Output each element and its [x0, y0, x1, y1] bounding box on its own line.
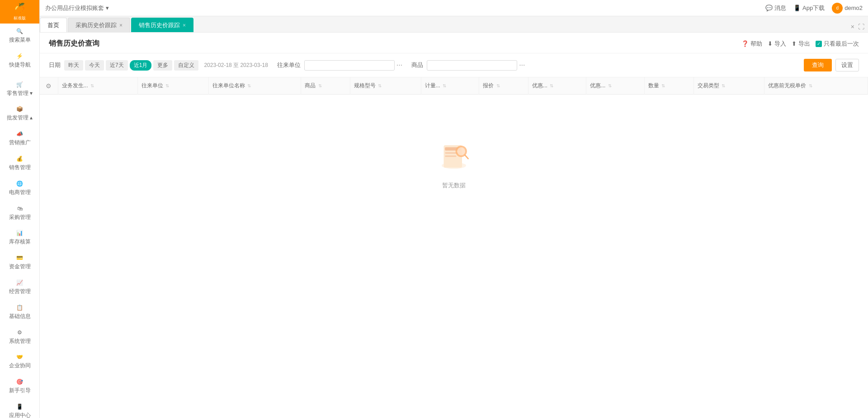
tab-home-label: 首页 [47, 21, 59, 29]
product-dots-button[interactable]: ··· [519, 61, 525, 69]
col-spec-label: 规格型号 ⇅ [354, 82, 382, 89]
col-partner-code[interactable]: 往来单位 ⇅ [138, 77, 209, 95]
export-icon: ⬆ [792, 40, 797, 47]
col-unit[interactable]: 计量... ⇅ [421, 77, 479, 95]
partner-filter-label: 往来单位 [277, 61, 301, 69]
product-filter-group: 商品 ··· [411, 60, 525, 71]
app-download-label: App下载 [802, 4, 825, 12]
tab-sales-close[interactable]: × [183, 22, 186, 28]
partner-dots-button[interactable]: ··· [396, 61, 402, 69]
main-area: 办公用品行业模拟账套 ▾ 💬 消息 📱 App下载 d demo2 首页 采购历… [40, 0, 868, 418]
checkbox-icon [816, 41, 822, 47]
svg-point-6 [457, 147, 465, 156]
sidebar-item-finance[interactable]: 💳 资金管理 [0, 250, 40, 275]
sidebar-item-basic[interactable]: 📋 基础信息 [0, 300, 40, 325]
sidebar-item-system[interactable]: ⚙ 系统管理 [0, 325, 40, 350]
system-icon: ⚙ [17, 329, 22, 336]
filter-bar: 日期 昨天 今天 近7天 近1月 更多 自定义 2023-02-18 至 202… [40, 53, 868, 77]
table-header-row: ⚙ 业务发生... ⇅ 往来单位 ⇅ 往来单位名称 ⇅ 商品 ⇅ [40, 77, 868, 95]
topbar: 办公用品行业模拟账套 ▾ 💬 消息 📱 App下载 d demo2 [40, 0, 868, 16]
sidebar-item-purchase[interactable]: 🛍 采购管理 [0, 201, 40, 226]
help-button[interactable]: ❓ 帮助 [741, 40, 762, 48]
svg-rect-4 [445, 156, 456, 157]
sidebar: 🍊 标准版 🔍 搜索菜单 ⚡ 快捷导航 🛒 零售管理 ▾ 📦 批发管理 ▴ 📣 … [0, 0, 40, 418]
product-input[interactable] [427, 60, 517, 71]
date-btn-custom[interactable]: 自定义 [174, 60, 198, 71]
sidebar-item-ecom[interactable]: 🌐 电商管理 [0, 176, 40, 201]
date-btn-today[interactable]: 今天 [85, 60, 104, 71]
col-trade-type-label: 交易类型 ⇅ [698, 82, 725, 89]
col-discount2-label: 优惠... ⇅ [590, 82, 611, 89]
wholesale-icon: 📦 [16, 106, 23, 112]
import-button[interactable]: ⬇ 导入 [768, 40, 786, 48]
date-buttons: 昨天 今天 近7天 近1月 更多 自定义 [64, 60, 198, 71]
app-download-button[interactable]: 📱 App下载 [793, 4, 825, 12]
date-btn-7days[interactable]: 近7天 [106, 60, 128, 71]
query-button[interactable]: 查询 [804, 59, 832, 71]
sidebar-item-inventory[interactable]: 📊 库存核算 [0, 225, 40, 250]
col-pretax-price[interactable]: 优惠前无税单价 ⇅ [764, 77, 868, 95]
sidebar-item-label: 零售管理 ▾ [7, 90, 33, 97]
product-filter-label: 商品 [411, 61, 423, 69]
partner-input[interactable] [304, 60, 395, 71]
filter-right: 查询 设置 [804, 59, 859, 71]
sidebar-item-label: 基础信息 [9, 313, 31, 320]
col-biz-date[interactable]: 业务发生... ⇅ [58, 77, 138, 95]
sidebar-item-label: 批发管理 ▴ [7, 114, 33, 122]
user-menu[interactable]: d demo2 [832, 3, 863, 14]
tab-purchase-close[interactable]: × [119, 22, 123, 28]
sidebar-item-guide[interactable]: 🎯 新手引导 [0, 374, 40, 399]
svg-line-7 [465, 155, 468, 159]
enterprise-icon: 🤝 [16, 354, 23, 360]
sidebar-item-label: 采购管理 [9, 214, 31, 221]
sidebar-item-operations[interactable]: 📈 经营管理 [0, 275, 40, 300]
sidebar-item-quick[interactable]: ⚡ 快捷导航 [0, 48, 40, 73]
data-table: ⚙ 业务发生... ⇅ 往来单位 ⇅ 往来单位名称 ⇅ 商品 ⇅ [40, 77, 868, 95]
sidebar-item-label: 系统管理 [9, 337, 31, 345]
col-partner-name[interactable]: 往来单位名称 ⇅ [208, 77, 301, 95]
sidebar-item-marketing[interactable]: 📣 营销推广 [0, 126, 40, 151]
empty-text: 暂无数据 [442, 181, 466, 190]
basic-icon: 📋 [16, 304, 23, 311]
col-price[interactable]: 报价 ⇅ [479, 77, 528, 95]
sidebar-item-label: 电商管理 [9, 189, 31, 196]
col-partner-code-label: 往来单位 ⇅ [142, 82, 169, 89]
only-last-checkbox[interactable]: 只看最后一次 [816, 40, 859, 48]
import-label: 导入 [774, 40, 786, 48]
tab-sales[interactable]: 销售历史价跟踪 × [131, 18, 193, 32]
sidebar-item-wholesale[interactable]: 📦 批发管理 ▴ [0, 101, 40, 126]
col-discount2[interactable]: 优惠... ⇅ [586, 77, 645, 95]
message-button[interactable]: 💬 消息 [765, 4, 786, 12]
sidebar-item-label: 新手引导 [9, 387, 31, 394]
settings-button[interactable]: 设置 [835, 59, 859, 71]
table-settings-icon[interactable]: ⚙ [46, 82, 52, 90]
sidebar-item-search[interactable]: 🔍 搜索菜单 [0, 24, 40, 48]
help-label: 帮助 [750, 40, 762, 48]
product-input-wrap: ··· [427, 60, 525, 71]
tab-home[interactable]: 首页 [40, 18, 67, 32]
date-btn-more[interactable]: 更多 [153, 60, 172, 71]
col-quantity[interactable]: 数量 ⇅ [645, 77, 694, 95]
col-settings[interactable]: ⚙ [40, 77, 58, 95]
sidebar-item-sales[interactable]: 💰 销售管理 [0, 151, 40, 176]
col-spec[interactable]: 规格型号 ⇅ [350, 77, 421, 95]
operations-icon: 📈 [16, 280, 23, 286]
sidebar-item-enterprise[interactable]: 🤝 企业协同 [0, 349, 40, 374]
topbar-right: 💬 消息 📱 App下载 d demo2 [765, 3, 863, 14]
expand-button[interactable]: ⛶ [858, 23, 864, 30]
date-btn-1month[interactable]: 近1月 [130, 60, 152, 71]
account-dropdown[interactable]: 办公用品行业模拟账套 ▾ [45, 4, 109, 12]
col-trade-type[interactable]: 交易类型 ⇅ [693, 77, 764, 95]
sidebar-item-retail[interactable]: 🛒 零售管理 ▾ [0, 77, 40, 102]
date-btn-yesterday[interactable]: 昨天 [64, 60, 83, 71]
sidebar-item-apps[interactable]: 📱 应用中心 [0, 399, 40, 418]
app-logo[interactable]: 🍊 标准版 [0, 0, 40, 24]
tab-purchase[interactable]: 采购历史价跟踪 × [68, 18, 130, 32]
page-header-actions: ❓ 帮助 ⬇ 导入 ⬆ 导出 只看最后一次 [741, 40, 859, 48]
sidebar-item-label: 应用中心 [9, 412, 31, 418]
export-button[interactable]: ⬆ 导出 [792, 40, 810, 48]
col-discount1[interactable]: 优惠... ⇅ [528, 77, 586, 95]
account-name: 办公用品行业模拟账套 [45, 4, 104, 12]
col-product[interactable]: 商品 ⇅ [301, 77, 350, 95]
close-all-tabs-button[interactable]: × [851, 23, 854, 30]
